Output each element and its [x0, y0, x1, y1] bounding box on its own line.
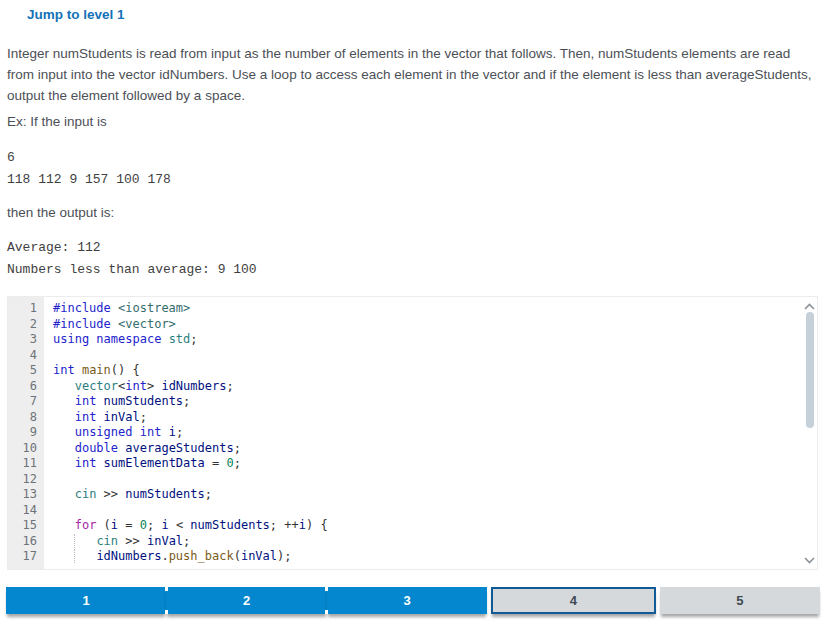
line-number: 3: [8, 332, 44, 348]
code-line: 1#include <iostream>: [8, 301, 803, 317]
line-number: 2: [8, 317, 44, 333]
line-number: 1: [8, 301, 44, 317]
code-lines: 1#include <iostream>2#include <vector>3u…: [8, 301, 803, 565]
code-line: 11 int sumElementData = 0;: [8, 456, 803, 472]
jump-to-level-link[interactable]: Jump to level 1: [27, 7, 125, 22]
line-number: 16: [8, 534, 44, 550]
line-number: 9: [8, 425, 44, 441]
line-number: 6: [8, 379, 44, 395]
line-number: 17: [8, 549, 44, 565]
code-line: 6 vector<int> idNumbers;: [8, 379, 803, 395]
code-line: 15 for (i = 0; i < numStudents; ++i) {: [8, 518, 803, 534]
code-line: 3using namespace std;: [8, 332, 803, 348]
code-line: 5int main() {: [8, 363, 803, 379]
code-line: 4: [8, 348, 803, 364]
line-number: 11: [8, 456, 44, 472]
example-input: 6 118 112 9 157 100 178: [7, 147, 171, 190]
scrollbar-thumb[interactable]: [806, 312, 814, 428]
line-number: 4: [8, 348, 44, 364]
line-number: 8: [8, 410, 44, 426]
progress-segment-4: 4: [491, 587, 655, 614]
code-line: 17 idNumbers.push_back(inVal);: [8, 549, 803, 565]
code-line: 13 cin >> numStudents;: [8, 487, 803, 503]
line-number: 14: [8, 503, 44, 519]
code-line: 16 cin >> inVal;: [8, 534, 803, 550]
problem-description: Integer numStudents is read from input a…: [7, 43, 819, 106]
level-progress-bar: 12345: [6, 587, 820, 614]
example-intro: Ex: If the input is: [7, 111, 107, 132]
code-line: 2#include <vector>: [8, 317, 803, 333]
code-line: 12: [8, 472, 803, 488]
code-line: 10 double averageStudents;: [8, 441, 803, 457]
code-line: 8 int inVal;: [8, 410, 803, 426]
line-number: 15: [8, 518, 44, 534]
example-output: Average: 112 Numbers less than average: …: [7, 237, 257, 280]
line-number: 12: [8, 472, 44, 488]
chevron-down-icon[interactable]: [803, 554, 816, 566]
code-editor[interactable]: 1#include <iostream>2#include <vector>3u…: [7, 296, 818, 570]
code-line: 14: [8, 503, 803, 519]
line-number: 5: [8, 363, 44, 379]
progress-segment-3: 3: [327, 587, 487, 614]
line-number: 10: [8, 441, 44, 457]
example-output-intro: then the output is:: [7, 202, 114, 223]
line-number: 7: [8, 394, 44, 410]
progress-segment-5: 5: [660, 587, 820, 614]
progress-segment-1: 1: [6, 587, 166, 614]
progress-segment-2: 2: [166, 587, 326, 614]
code-line: 7 int numStudents;: [8, 394, 803, 410]
line-number: 13: [8, 487, 44, 503]
code-line: 9 unsigned int i;: [8, 425, 803, 441]
chevron-up-icon[interactable]: [803, 300, 816, 312]
